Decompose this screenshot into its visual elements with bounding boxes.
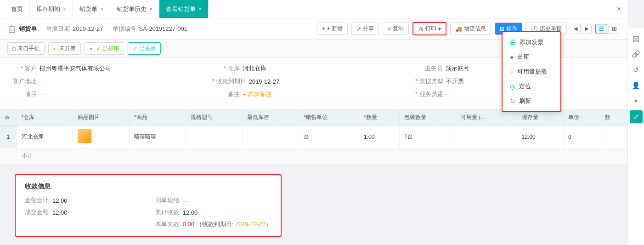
project-value: — <box>40 91 45 98</box>
payment-date-field: 收款到期日 2019-12-27 <box>212 77 415 85</box>
table-container: ⚙ *仓库 商品图片 *商品 规格型号 最低库存 *销售单位 *数量 包装数量 … <box>0 110 627 164</box>
table-row: 1 河北仓库 嘻嘻嘻嘻 台 1.00 1台 12.00 0. <box>0 125 627 148</box>
expand-sidebar-icon[interactable]: ⤢ <box>630 110 643 123</box>
close-view-sales[interactable]: × <box>198 6 202 12</box>
grid-view-btn[interactable]: ⊞ <box>608 24 620 34</box>
user-sidebar-icon[interactable]: 👤 <box>630 79 643 92</box>
note-field: 备注 + 添加备注 <box>212 90 415 98</box>
subtotal-row: 小计 <box>0 148 627 164</box>
doc-number-meta: 单据编号 SA-20191227-001 <box>113 25 188 33</box>
available-qty-item[interactable]: ○ 可用量提取 <box>503 64 560 79</box>
row-unit: 台 <box>299 125 359 148</box>
new-icon: + <box>322 26 325 32</box>
cumulative-value: 12.00 <box>183 209 198 216</box>
mobile-icon: □ <box>12 46 16 51</box>
row-product: 嘻嘻嘻嘻 <box>130 125 186 148</box>
th-pack-qty: 包装数量 <box>400 110 456 125</box>
mobile-btn[interactable]: □ 来自手机 <box>7 42 45 55</box>
row-available <box>456 125 517 148</box>
tab-inventory-init[interactable]: 库存期初 × <box>30 0 73 18</box>
copy-button[interactable]: ⎘ 复制 <box>383 23 409 35</box>
operation-dropdown: ☰ 添加发票 ● 出库 ○ 可用量提取 ◎ 定位 ↻ 刷新 <box>502 31 561 112</box>
tab-sales-order[interactable]: 销货单 × <box>73 0 110 18</box>
add-invoice-item[interactable]: ☰ 添加发票 <box>503 35 560 50</box>
add-invoice-icon: ☰ <box>510 39 516 46</box>
th-min-stock: 最低库存 <box>242 110 299 125</box>
tab-view-sales[interactable]: 查看销货单 × <box>159 0 209 18</box>
total-value: 12.00 <box>52 197 68 204</box>
payment-title: 收款信息 <box>25 182 271 191</box>
same-order-value: — <box>183 197 189 204</box>
transaction-value: 12.00 <box>52 209 68 216</box>
row-image <box>73 125 130 148</box>
tab-sales-history[interactable]: 销货单历史 × <box>110 0 159 18</box>
row-more <box>600 125 627 148</box>
effective-btn[interactable]: ✓ 已生效 <box>128 42 161 55</box>
th-settings: ⚙ <box>0 110 17 125</box>
close-inventory-init[interactable]: × <box>63 6 66 12</box>
unopened-btn[interactable]: 未开票 <box>48 42 81 55</box>
salesperson-label: 业务员孟 <box>415 90 443 98</box>
logistics-icon: 🚚 <box>455 26 462 32</box>
locate-item[interactable]: ◎ 定位 <box>503 79 560 94</box>
project-field: 项目 — <box>9 90 212 98</box>
add-invoice-label: 添加发票 <box>520 38 543 46</box>
locate-label: 定位 <box>519 82 531 91</box>
row-warehouse: 河北仓库 <box>17 125 73 148</box>
effective-icon: ✓ <box>133 46 137 52</box>
link-sidebar-icon[interactable]: 🔗 <box>630 48 643 61</box>
th-model: 规格型号 <box>186 110 243 125</box>
cumulative-label: 累计收款 <box>155 208 179 217</box>
tab-home[interactable]: 首页 <box>5 0 30 18</box>
th-stock: 现存量 <box>517 110 563 125</box>
add-note-icon: + <box>243 91 246 98</box>
row-quantity: 1.00 <box>359 125 399 148</box>
close-sales-order[interactable]: × <box>100 6 103 12</box>
invoice-value: 不开票 <box>446 77 464 85</box>
window-close-btn[interactable]: × <box>617 5 621 13</box>
project-label: 项目 <box>9 90 37 98</box>
table-header-row: ⚙ *仓库 商品图片 *商品 规格型号 最低库存 *销售单位 *数量 包装数量 … <box>0 110 627 125</box>
available-qty-label: 可用量提取 <box>517 68 547 76</box>
locate-icon: ◎ <box>510 83 515 90</box>
refresh-item[interactable]: ↻ 刷新 <box>503 94 560 108</box>
th-quantity: *数量 <box>359 110 399 125</box>
list-view-btn[interactable]: ☰ <box>595 24 607 34</box>
share-icon: ↗ <box>356 26 361 32</box>
salesperson-value: — <box>446 91 452 98</box>
prev-arrow[interactable]: ◀ <box>571 24 581 34</box>
nav-arrows: ◀ ▶ <box>571 24 592 34</box>
sales-table: ⚙ *仓库 商品图片 *商品 规格型号 最低库存 *销售单位 *数量 包装数量 … <box>0 110 627 164</box>
th-unit-price: 单价 <box>564 110 600 125</box>
view-toggle: ☰ ⊞ <box>595 24 620 34</box>
new-button[interactable]: + + 新增 <box>317 23 348 35</box>
product-image <box>78 129 91 143</box>
doc-date-label: 单据日期 <box>46 25 70 33</box>
refresh-label: 刷新 <box>519 97 531 105</box>
total-label: 金额合计 <box>25 196 49 205</box>
invoice-label: 票据类型 <box>415 77 443 85</box>
logistics-button[interactable]: 🚚 物流信息 <box>450 23 491 35</box>
th-more: 数 <box>600 110 627 125</box>
tab-bar: 首页 库存期初 × 销货单 × 销货单历史 × 查看销货单 × × <box>0 0 627 18</box>
same-order-label: 同单现结 <box>155 196 179 205</box>
address-field: 客户地址 — <box>9 77 212 85</box>
row-model <box>186 125 243 148</box>
due-date-text: （收款到期日: 2019-12-27） <box>196 221 272 228</box>
warehouse-field: 仓库 河北仓库 <box>212 64 415 73</box>
next-arrow[interactable]: ▶ <box>582 24 592 34</box>
share-button[interactable]: ↗ 分享 <box>351 23 379 35</box>
confirm-btn[interactable]: ✓ 已核销 <box>85 42 124 55</box>
row-min-stock <box>242 125 299 148</box>
doc-date-value: 2019-12-27 <box>73 25 103 32</box>
subtotal-label: 小计 <box>17 148 627 164</box>
add-note-btn[interactable]: + 添加备注 <box>243 90 271 98</box>
image-sidebar-icon[interactable]: 🖼 <box>630 32 643 45</box>
doc-type-icon: 📋 <box>7 25 16 33</box>
close-sales-history[interactable]: × <box>149 6 153 12</box>
out-warehouse-item[interactable]: ● 出库 <box>503 50 560 64</box>
outstanding-label: 本单欠款 <box>155 220 179 228</box>
print-button[interactable]: 🖨 打印 ▾ <box>412 22 446 35</box>
refresh-sidebar-icon[interactable]: ↺ <box>630 63 643 76</box>
star-sidebar-icon[interactable]: ✦ <box>630 95 643 108</box>
